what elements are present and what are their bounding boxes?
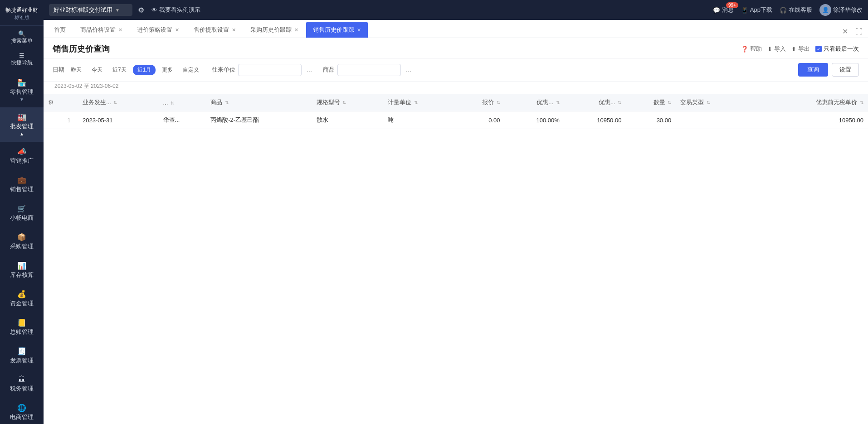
sidebar-item-search[interactable]: 🔍 搜索菜单 [0, 26, 44, 49]
sort-icon-discount-pct: ⇅ [556, 100, 560, 105]
sidebar-item-purchase[interactable]: 📦 采购管理 [0, 227, 44, 256]
messages-badge: 99+ [726, 2, 738, 8]
sidebar-item-sales[interactable]: 💼 销售管理 [0, 170, 44, 199]
import-icon: ⬇ [767, 46, 772, 53]
sidebar-item-finance[interactable]: 💰 资金管理 [0, 284, 44, 313]
version-selector[interactable]: 好业财标准版交付试用 ▼ [49, 4, 132, 16]
sort-icon-product: ⇅ [225, 100, 229, 105]
search-icon: 🔍 [18, 30, 25, 37]
sidebar-item-invoice[interactable]: 🧾 发票管理 [0, 342, 44, 370]
sidebar-item-ecommerce-small[interactable]: 🛒 小畅电商 [0, 199, 44, 227]
col-date[interactable]: 业务发生... ⇅ [78, 94, 159, 111]
tab-purchase-history[interactable]: 采购历史价跟踪 ✕ [244, 22, 305, 38]
row-pretax-price: 10950.00 [764, 111, 868, 129]
tab-maximize-icon[interactable]: ⛶ [853, 26, 864, 38]
page-title: 销售历史价查询 [53, 43, 110, 54]
col-pretax-price[interactable]: 优惠前无税单价 ⇅ [764, 94, 868, 111]
col-qty[interactable]: 数量 ⇅ [626, 94, 676, 111]
col-unit[interactable]: 计量单位 ⇅ [383, 94, 455, 111]
sidebar-item-marketing[interactable]: 📣 营销推广 [0, 142, 44, 170]
checkbox-icon: ✓ [815, 46, 822, 52]
page-header-actions: ❓ 帮助 ⬇ 导入 ⬆ 导出 ✓ 只看最后一次 [741, 45, 859, 53]
customer-label: 往来单位 [212, 66, 235, 74]
sort-icon-trade-type: ⇅ [707, 100, 710, 105]
date-btn-yesterday[interactable]: 昨天 [67, 65, 85, 75]
date-btn-more[interactable]: 更多 [158, 65, 176, 75]
col-product[interactable]: 商品 ⇅ [206, 94, 312, 111]
sidebar-item-inventory[interactable]: 📊 库存核算 [0, 256, 44, 284]
sidebar-item-ledger[interactable]: 📒 总账管理 [0, 313, 44, 342]
ledger-icon: 📒 [17, 318, 26, 327]
row-unit: 吨 [383, 111, 455, 129]
topbar-right: 💬 消息 99+ 📱 App下载 🎧 在线客服 👤 徐泽华修改 [713, 4, 863, 16]
row-trade-type [676, 111, 747, 129]
sort-icon-spec: ⇅ [342, 100, 346, 105]
tab-close-purchase-strategy[interactable]: ✕ [175, 27, 179, 33]
messages-icon: 💬 [713, 7, 720, 14]
product-filter-group: 商品 … [323, 64, 413, 76]
setting-button[interactable]: 设置 [832, 63, 859, 77]
sales-icon: 💼 [17, 176, 26, 184]
tab-sale-extract[interactable]: 售价提取设置 ✕ [187, 22, 243, 38]
sidebar-item-wholesale[interactable]: 🏭 批发管理 ▲ [0, 107, 44, 142]
tab-close-window-icon[interactable]: ✕ [840, 25, 850, 38]
topbar-settings-icon[interactable]: ⚙ [138, 6, 144, 14]
sidebar-item-quicknav[interactable]: ☰ 快捷导航 [0, 49, 44, 69]
import-button[interactable]: ⬇ 导入 [767, 45, 786, 53]
filter-bar: 日期 昨天 今天 近7天 近1月 更多 自定义 往来单位 … 商品 … 查询 设… [44, 58, 868, 82]
sidebar-item-tax[interactable]: 🏛 税务管理 [0, 370, 44, 398]
tab-sale-history[interactable]: 销售历史价跟踪 ✕ [306, 22, 368, 38]
row-date: 2023-05-31 [78, 111, 159, 129]
row-spacer [747, 111, 764, 129]
col-trade-type[interactable]: 交易类型 ⇅ [676, 94, 747, 111]
query-button[interactable]: 查询 [798, 63, 828, 77]
col-spec[interactable]: 规格型号 ⇅ [312, 94, 384, 111]
table-body: 1 2023-05-31 华查... 丙烯酸-2-乙基己酯 散水 [44, 111, 868, 129]
messages-action[interactable]: 💬 消息 99+ [713, 6, 734, 14]
date-btn-today[interactable]: 今天 [88, 65, 106, 75]
table-header-row: ⚙ 业务发生... ⇅ ... ⇅ 商品 ⇅ [44, 94, 868, 111]
main-content: 好业财标准版交付试用 ▼ ⚙ 👁 我要看实例演示 💬 消息 99+ 📱 App下… [44, 0, 868, 424]
export-button[interactable]: ⬆ 导出 [791, 45, 810, 53]
online-service-action[interactable]: 🎧 在线客服 [780, 6, 812, 14]
col-price[interactable]: 报价 ⇅ [455, 94, 505, 111]
product-input[interactable] [337, 64, 401, 76]
tab-purchase-strategy[interactable]: 进价策略设置 ✕ [130, 22, 186, 38]
tab-close-sale-extract[interactable]: ✕ [232, 27, 236, 33]
tab-close-sale-history[interactable]: ✕ [357, 27, 361, 33]
tab-close-product-price[interactable]: ✕ [118, 27, 122, 33]
tab-home[interactable]: 首页 [47, 22, 73, 38]
tab-close-purchase-history[interactable]: ✕ [294, 27, 298, 33]
tab-product-price[interactable]: 商品价格设置 ✕ [73, 22, 129, 38]
data-table: ⚙ 业务发生... ⇅ ... ⇅ 商品 ⇅ [44, 94, 868, 129]
user-menu[interactable]: 👤 徐泽华修改 [819, 4, 863, 16]
demo-link[interactable]: 👁 我要看实例演示 [151, 6, 200, 14]
customer-input[interactable] [238, 64, 302, 76]
date-range-row: 2023-05-02 至 2023-06-02 [44, 82, 868, 94]
product-more[interactable]: … [404, 66, 413, 74]
sidebar-item-retail[interactable]: 🏪 零售管理 ▼ [0, 73, 44, 107]
date-btn-last1month[interactable]: 近1月 [133, 65, 156, 75]
row-product: 丙烯酸-2-乙基己酯 [206, 111, 312, 129]
col-discount-amt[interactable]: 优惠... ⇅ [564, 94, 626, 111]
col-discount-pct[interactable]: 优惠... ⇅ [505, 94, 564, 111]
date-btn-custom[interactable]: 自定义 [179, 65, 203, 75]
date-btn-last7days[interactable]: 近7天 [109, 65, 130, 75]
help-icon: ❓ [741, 46, 748, 53]
headphone-icon: 🎧 [780, 7, 787, 14]
sidebar-item-ecommerce[interactable]: 🌐 电商管理 [0, 398, 44, 424]
product-label: 商品 [323, 66, 335, 74]
sort-icon-pretax-price: ⇅ [860, 100, 863, 105]
col-settings-icon[interactable]: ⚙ [48, 99, 54, 106]
col-extra[interactable]: ... ⇅ [159, 94, 206, 111]
row-discount-pct: 100.00% [505, 111, 564, 129]
table-row[interactable]: 1 2023-05-31 华查... 丙烯酸-2-乙基己酯 散水 [44, 111, 868, 129]
app-download-icon: 📱 [741, 7, 748, 14]
sort-icon-discount-amt: ⇅ [618, 100, 621, 105]
app-download-action[interactable]: 📱 App下载 [741, 6, 772, 14]
help-button[interactable]: ❓ 帮助 [741, 45, 762, 53]
customer-more[interactable]: … [304, 66, 314, 74]
only-last-checkbox[interactable]: ✓ 只看最后一次 [815, 45, 859, 53]
retail-icon: 🏪 [17, 78, 26, 87]
demo-icon: 👁 [151, 7, 157, 14]
